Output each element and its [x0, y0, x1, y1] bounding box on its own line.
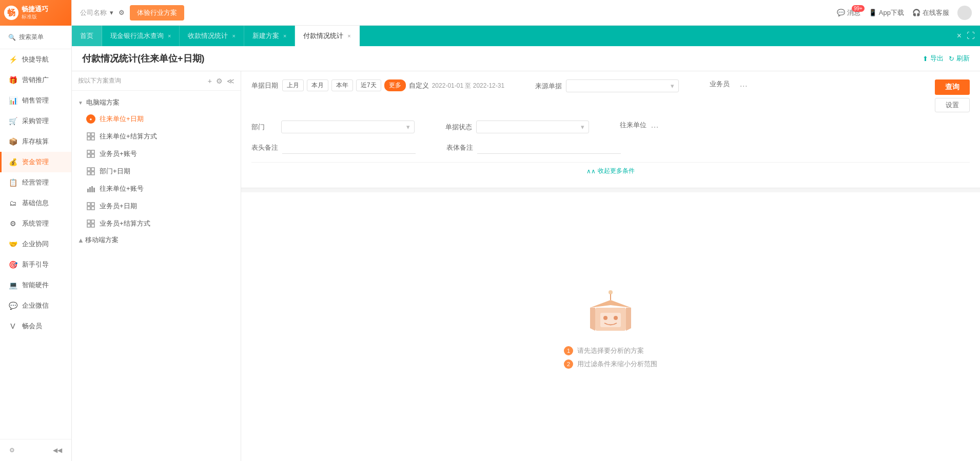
scheme-group-mobile-header[interactable]: ▶ 移动端方案 [72, 232, 241, 248]
export-btn[interactable]: ⬆ 导出 [923, 54, 944, 63]
sidebar-item-guide[interactable]: 🎯 新手引导 [0, 254, 71, 275]
grid-icon-1 [86, 132, 95, 141]
app-download-btn[interactable]: 📱 App下载 [869, 8, 904, 17]
sidebar-item-operation[interactable]: 📋 经营管理 [0, 172, 71, 193]
body-note-input[interactable] [477, 142, 621, 154]
sidebar-item-marketing[interactable]: 🎁 营销推广 [0, 70, 71, 90]
chevron-down-icon: ▼ [78, 100, 83, 106]
tab-close-all-btn[interactable]: × [957, 31, 962, 41]
empty-state: 1 请先选择要分析的方案 2 用过滤条件来缩小分析范围 [241, 192, 980, 461]
source-select[interactable]: ▾ [566, 79, 679, 92]
voucher-status-select[interactable]: ▾ [476, 121, 589, 133]
message-icon: 💬 [837, 9, 845, 16]
scheme-panel-header: 按以下方案查询 + ⚙ ≪ [72, 71, 241, 91]
date-field: 单据日期 上月 本月 本年 近7天 更多 自定义 2022-01-01 至 20… [251, 79, 504, 91]
sidebar-item-quicknav[interactable]: ⚡ 快捷导航 [0, 49, 71, 70]
svg-rect-8 [87, 168, 90, 171]
search-menu-item[interactable]: 🔍 搜索菜单 [4, 30, 67, 45]
scheme-settings-btn[interactable]: ⚙ [216, 77, 223, 85]
message-btn[interactable]: 💬 消息 99+ [837, 8, 860, 17]
custom-date-label[interactable]: 自定义 [409, 81, 429, 90]
scheme-item-staff-account[interactable]: 业务员+账号 [72, 145, 241, 163]
user-avatar[interactable] [957, 6, 972, 20]
sidebar-item-hardware[interactable]: 💻 智能硬件 [0, 275, 71, 295]
refresh-btn[interactable]: ↻ 刷新 [949, 54, 970, 63]
sidebar-item-enterprise[interactable]: 🤝 企业协同 [0, 234, 71, 254]
tab-home[interactable]: 首页 [72, 26, 102, 46]
scheme-item-unit-date[interactable]: ● 往来单位+日期 [72, 110, 241, 128]
sidebar-item-finance[interactable]: 💰 资金管理 [0, 152, 71, 172]
scheme-add-btn[interactable]: + [208, 77, 212, 85]
tab-receipt-close[interactable]: × [232, 33, 235, 39]
tab-new-scheme-close[interactable]: × [283, 33, 286, 39]
company-dropdown-icon: ▾ [110, 9, 113, 16]
query-btn[interactable]: 查询 [935, 79, 970, 95]
counterpart-selector-btn[interactable]: … [651, 121, 659, 130]
scheme-list: ▼ 电脑端方案 ● 往来单位+日期 [72, 91, 241, 461]
sidebar-item-sales[interactable]: 📊 销售管理 [0, 90, 71, 111]
sidebar-item-wechat[interactable]: 💬 企业微信 [0, 295, 71, 316]
svg-rect-10 [87, 172, 90, 175]
refresh-icon: ↻ [949, 55, 954, 63]
base-icon: 🗂 [8, 198, 18, 208]
sidebar-item-base[interactable]: 🗂 基础信息 [0, 193, 71, 213]
date-btn-this-month[interactable]: 本月 [307, 79, 328, 91]
sidebar-footer: ⚙ ◀◀ [0, 439, 71, 461]
svg-rect-9 [91, 168, 94, 171]
filter-row-2: 部门 ▾ 单据状态 ▾ [251, 121, 970, 133]
date-btn-last-month[interactable]: 上月 [282, 79, 304, 91]
tab-payment-close[interactable]: × [347, 33, 350, 39]
scheme-item-unit-settle[interactable]: 往来单位+结算方式 [72, 128, 241, 145]
collapse-bar[interactable]: ∧∧ 收起更多条件 [251, 162, 970, 179]
sidebar-item-vip[interactable]: V 畅会员 [0, 316, 71, 336]
counterpart-label: 往来单位 [620, 121, 646, 130]
settings-btn-header[interactable]: ⚙ [119, 9, 125, 16]
sidebar-item-system[interactable]: ⚙ 系统管理 [0, 213, 71, 234]
scheme-item-staff-date[interactable]: 业务员+日期 [72, 197, 241, 215]
date-btn-7days[interactable]: 近7天 [356, 79, 381, 91]
trial-btn[interactable]: 体验行业方案 [130, 5, 184, 21]
tab-bank[interactable]: 现金银行流水查询 × [102, 26, 180, 46]
tab-new-scheme[interactable]: 新建方案 × [244, 26, 295, 46]
svg-point-30 [614, 316, 618, 320]
staff-selector-btn[interactable]: … [739, 79, 748, 89]
page-title: 付款情况统计(往来单位+日期) [82, 52, 205, 65]
collapse-sidebar-btn[interactable]: ◀◀ [49, 445, 66, 456]
header-note-input[interactable] [282, 142, 416, 154]
top-header: 公司名称 ▾ ⚙ 体验行业方案 💬 消息 99+ 📱 App下载 🎧 在线客服 [72, 0, 980, 26]
date-btn-more[interactable]: 更多 [384, 79, 406, 91]
company-selector[interactable]: 公司名称 ▾ [80, 8, 113, 17]
tab-bar-actions: × ⛶ [957, 26, 980, 46]
date-btn-this-year[interactable]: 本年 [331, 79, 353, 91]
scheme-item-unit-account[interactable]: 往来单位+账号 [72, 180, 241, 197]
tab-receipt[interactable]: 收款情况统计 × [180, 26, 244, 46]
page-actions: ⬆ 导出 ↻ 刷新 [923, 54, 970, 63]
scheme-group-pc-header[interactable]: ▼ 电脑端方案 [72, 95, 241, 110]
grid-icon-2 [86, 149, 95, 158]
scheme-collapse-btn[interactable]: ≪ [227, 77, 234, 85]
scheme-item-dept-date[interactable]: 部门+日期 [72, 163, 241, 180]
svg-rect-20 [87, 220, 90, 223]
dept-select[interactable]: ▾ [281, 121, 415, 133]
svg-rect-22 [87, 224, 90, 227]
tab-fullscreen-btn[interactable]: ⛶ [967, 31, 975, 41]
dept-label: 部门 [251, 123, 277, 132]
header-left: 公司名称 ▾ ⚙ 体验行业方案 [80, 5, 184, 21]
scheme-panel-icons: + ⚙ ≪ [208, 77, 234, 85]
headset-icon: 🎧 [912, 9, 920, 16]
scheme-item-staff-settle[interactable]: 业务员+结算方式 [72, 215, 241, 232]
sidebar-item-purchase[interactable]: 🛒 采购管理 [0, 111, 71, 131]
date-options: 上月 本月 本年 近7天 更多 自定义 2022-01-01 至 2022-12… [282, 79, 504, 91]
tab-payment[interactable]: 付款情况统计 × [295, 26, 359, 46]
settings-footer-btn[interactable]: ⚙ [5, 445, 19, 456]
chart-icon [86, 184, 95, 193]
sidebar-search-area: 🔍 搜索菜单 [0, 26, 71, 49]
scheme-panel: 按以下方案查询 + ⚙ ≪ ▼ 电脑端方案 [72, 71, 241, 461]
sidebar-item-inventory[interactable]: 📦 库存核算 [0, 131, 71, 152]
service-btn[interactable]: 🎧 在线客服 [912, 8, 949, 17]
filter-settings-btn[interactable]: 设置 [935, 98, 970, 112]
svg-rect-7 [91, 154, 94, 157]
tab-bank-close[interactable]: × [168, 33, 171, 39]
empty-illustration [585, 285, 636, 336]
scheme-group-pc: ▼ 电脑端方案 ● 往来单位+日期 [72, 95, 241, 232]
